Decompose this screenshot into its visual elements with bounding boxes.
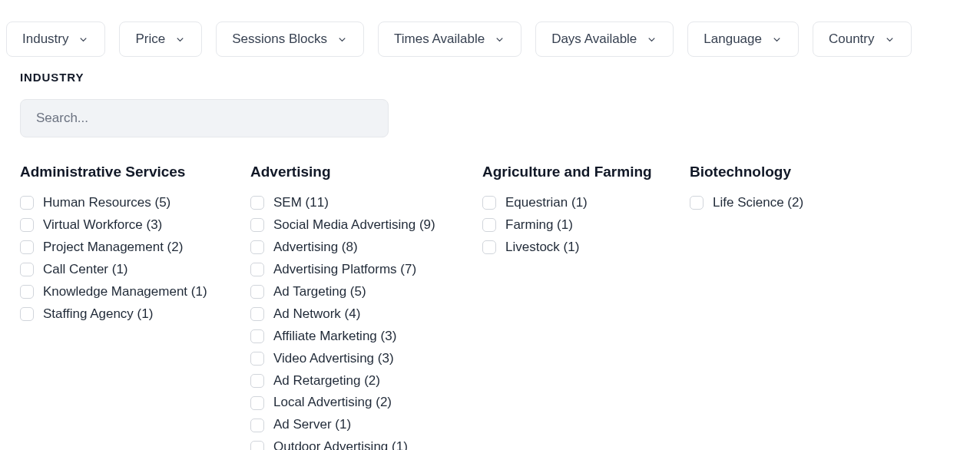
list-item: Local Advertising (2) xyxy=(250,394,482,412)
option-label[interactable]: Advertising (8) xyxy=(273,239,358,256)
checkbox[interactable] xyxy=(250,374,264,388)
option-label[interactable]: Knowledge Management (1) xyxy=(43,283,207,301)
chevron-down-icon xyxy=(174,34,186,45)
checkbox[interactable] xyxy=(250,329,264,343)
list-item: Call Center (1) xyxy=(20,261,250,279)
option-label[interactable]: Staffing Agency (1) xyxy=(43,306,153,323)
list-item: Life Science (2) xyxy=(690,194,889,212)
category-heading: Administrative Services xyxy=(20,164,250,180)
filter-country[interactable]: Country xyxy=(813,22,912,57)
option-label[interactable]: Virtual Workforce (3) xyxy=(43,217,162,234)
category-biotech: Biotechnology Life Science (2) xyxy=(690,164,889,450)
option-label[interactable]: Local Advertising (2) xyxy=(273,394,392,412)
checkbox[interactable] xyxy=(250,352,264,366)
option-label[interactable]: Affiliate Marketing (3) xyxy=(273,328,396,346)
checkbox[interactable] xyxy=(690,196,704,210)
option-label[interactable]: Ad Retargeting (2) xyxy=(273,372,380,390)
checkbox[interactable] xyxy=(482,240,496,254)
filter-days-available[interactable]: Days Available xyxy=(535,22,674,57)
option-label[interactable]: Call Center (1) xyxy=(43,261,128,279)
option-label[interactable]: Ad Server (1) xyxy=(273,416,351,434)
option-label[interactable]: Video Advertising (3) xyxy=(273,350,394,368)
checkbox[interactable] xyxy=(250,419,264,432)
category-heading: Biotechnology xyxy=(690,164,889,180)
option-label[interactable]: Project Management (2) xyxy=(43,239,183,256)
checkbox[interactable] xyxy=(20,218,34,232)
filter-language[interactable]: Language xyxy=(687,22,799,57)
category-columns: Administrative Services Human Resources … xyxy=(20,164,960,450)
list-item: Ad Retargeting (2) xyxy=(250,372,482,390)
option-label[interactable]: Farming (1) xyxy=(505,217,573,234)
list-item: Equestrian (1) xyxy=(482,194,690,212)
option-label[interactable]: Advertising Platforms (7) xyxy=(273,261,416,279)
checkbox[interactable] xyxy=(250,240,264,254)
checkbox[interactable] xyxy=(250,263,264,276)
filter-times-available[interactable]: Times Available xyxy=(378,22,521,57)
list-item: Ad Targeting (5) xyxy=(250,283,482,301)
filter-label: Times Available xyxy=(394,31,485,47)
list-item: Staffing Agency (1) xyxy=(20,306,250,323)
checkbox[interactable] xyxy=(250,285,264,299)
filter-label: Language xyxy=(704,31,762,47)
option-label[interactable]: Livestock (1) xyxy=(505,239,579,256)
list-item: Knowledge Management (1) xyxy=(20,283,250,301)
filter-sessions-blocks[interactable]: Sessions Blocks xyxy=(216,22,364,57)
checkbox[interactable] xyxy=(250,441,264,450)
filter-label: Days Available xyxy=(551,31,637,47)
list-item: Advertising Platforms (7) xyxy=(250,261,482,279)
checkbox[interactable] xyxy=(482,218,496,232)
chevron-down-icon xyxy=(646,34,657,45)
category-admin: Administrative Services Human Resources … xyxy=(20,164,250,450)
option-label[interactable]: Human Resources (5) xyxy=(43,194,171,212)
chevron-down-icon xyxy=(494,34,505,45)
chevron-down-icon xyxy=(884,34,896,45)
checkbox[interactable] xyxy=(20,263,34,276)
chevron-down-icon xyxy=(78,34,89,45)
category-advertising: Advertising SEM (11) Social Media Advert… xyxy=(250,164,482,450)
list-item: Outdoor Advertising (1) xyxy=(250,438,482,450)
checkbox[interactable] xyxy=(250,218,264,232)
list-item: Virtual Workforce (3) xyxy=(20,217,250,234)
list-item: Social Media Advertising (9) xyxy=(250,217,482,234)
list-item: SEM (11) xyxy=(250,194,482,212)
checkbox[interactable] xyxy=(482,196,496,210)
checkbox[interactable] xyxy=(20,285,34,299)
category-heading: Advertising xyxy=(250,164,482,180)
checkbox[interactable] xyxy=(250,196,264,210)
chevron-down-icon xyxy=(771,34,783,45)
option-label[interactable]: Outdoor Advertising (1) xyxy=(273,438,408,450)
filter-label: Price xyxy=(135,31,165,47)
checkbox[interactable] xyxy=(250,396,264,410)
list-item: Human Resources (5) xyxy=(20,194,250,212)
option-label[interactable]: Ad Targeting (5) xyxy=(273,283,366,301)
industry-panel: INDUSTRY Administrative Services Human R… xyxy=(0,57,980,450)
list-item: Livestock (1) xyxy=(482,239,690,256)
option-label[interactable]: Ad Network (4) xyxy=(273,306,360,323)
filter-industry[interactable]: Industry xyxy=(6,22,105,57)
checkbox[interactable] xyxy=(20,307,34,321)
option-label[interactable]: Equestrian (1) xyxy=(505,194,588,212)
option-label[interactable]: Social Media Advertising (9) xyxy=(273,217,435,234)
filter-label: Industry xyxy=(22,31,68,47)
list-item: Video Advertising (3) xyxy=(250,350,482,368)
list-item: Affiliate Marketing (3) xyxy=(250,328,482,346)
list-item: Advertising (8) xyxy=(250,239,482,256)
option-label[interactable]: SEM (11) xyxy=(273,194,329,212)
filter-label: Sessions Blocks xyxy=(232,31,327,47)
filter-price[interactable]: Price xyxy=(119,22,202,57)
checkbox[interactable] xyxy=(20,240,34,254)
chevron-down-icon xyxy=(336,34,348,45)
option-label[interactable]: Life Science (2) xyxy=(713,194,803,212)
checkbox[interactable] xyxy=(250,307,264,321)
search-input[interactable] xyxy=(36,111,372,126)
list-item: Ad Server (1) xyxy=(250,416,482,434)
filter-bar: Industry Price Sessions Blocks Times Ava… xyxy=(0,0,980,57)
category-heading: Agriculture and Farming xyxy=(482,164,690,180)
checkbox[interactable] xyxy=(20,196,34,210)
filter-label: Country xyxy=(829,31,875,47)
category-agriculture: Agriculture and Farming Equestrian (1) F… xyxy=(482,164,690,450)
search-wrap xyxy=(20,99,389,137)
list-item: Farming (1) xyxy=(482,217,690,234)
list-item: Ad Network (4) xyxy=(250,306,482,323)
list-item: Project Management (2) xyxy=(20,239,250,256)
